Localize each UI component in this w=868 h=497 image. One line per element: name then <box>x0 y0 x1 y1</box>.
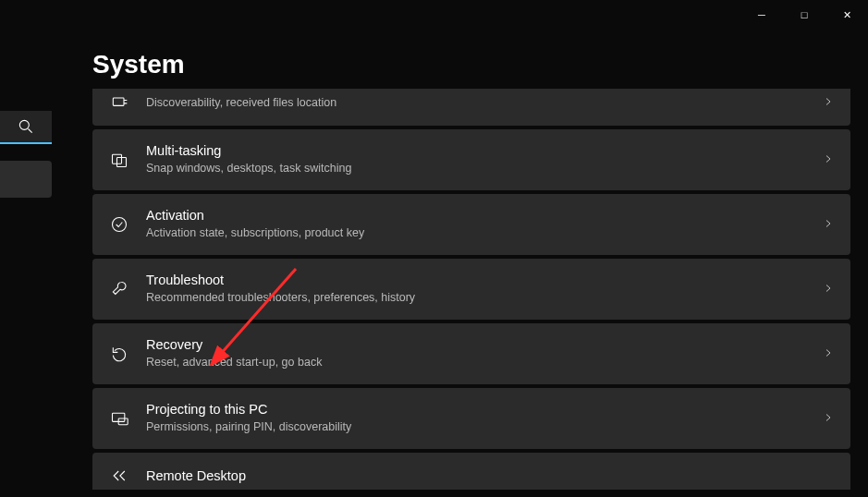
search-input[interactable] <box>0 111 52 144</box>
activation-icon <box>109 214 129 235</box>
settings-item-text: Recovery Reset, advanced start-up, go ba… <box>146 336 823 370</box>
svg-point-0 <box>19 120 29 129</box>
troubleshoot-icon <box>109 279 129 299</box>
settings-item-text: Troubleshoot Recommended troubleshooters… <box>146 272 823 306</box>
share-icon <box>109 92 129 113</box>
settings-item-title: Recovery <box>146 336 823 354</box>
close-button[interactable]: ✕ <box>825 0 868 30</box>
settings-item-nearby-sharing[interactable]: Discoverability, received files location <box>92 89 850 126</box>
chevron-right-icon <box>823 94 834 111</box>
settings-item-text: Multi-tasking Snap windows, desktops, ta… <box>146 142 823 176</box>
settings-item-title: Activation <box>146 207 823 224</box>
svg-point-5 <box>113 218 127 232</box>
settings-item-title: Projecting to this PC <box>146 401 823 418</box>
settings-item-troubleshoot[interactable]: Troubleshoot Recommended troubleshooters… <box>92 259 850 320</box>
settings-item-sub: Activation state, subscriptions, product… <box>146 225 823 242</box>
svg-line-1 <box>29 129 32 133</box>
settings-item-title: Multi-tasking <box>146 142 823 160</box>
settings-item-activation[interactable]: Activation Activation state, subscriptio… <box>92 194 850 255</box>
settings-item-multitasking[interactable]: Multi-tasking Snap windows, desktops, ta… <box>92 129 850 190</box>
page-title: System <box>92 50 185 79</box>
search-icon <box>16 116 36 137</box>
titlebar: ─ □ ✕ <box>0 0 868 30</box>
multitask-icon <box>109 150 129 170</box>
sidebar <box>0 111 55 198</box>
minimize-button[interactable]: ─ <box>740 0 783 30</box>
settings-item-recovery[interactable]: Recovery Reset, advanced start-up, go ba… <box>92 323 850 384</box>
sidebar-item-selected[interactable] <box>0 161 52 198</box>
svg-rect-2 <box>113 98 124 105</box>
settings-item-title: Troubleshoot <box>146 272 823 289</box>
settings-item-text: Activation Activation state, subscriptio… <box>146 207 823 241</box>
settings-item-projecting[interactable]: Projecting to this PC Permissions, pairi… <box>92 388 850 449</box>
settings-item-title: Remote Desktop <box>146 467 834 485</box>
chevron-right-icon <box>823 152 834 168</box>
settings-item-sub: Discoverability, received files location <box>146 95 823 112</box>
settings-list: Discoverability, received files location… <box>92 89 850 493</box>
close-icon: ✕ <box>843 9 851 21</box>
maximize-button[interactable]: □ <box>783 0 825 30</box>
projecting-icon <box>109 408 129 429</box>
chevron-right-icon <box>823 216 834 233</box>
settings-item-text: Projecting to this PC Permissions, pairi… <box>146 401 823 435</box>
minimize-icon: ─ <box>758 9 765 20</box>
recovery-icon <box>109 344 129 364</box>
chevron-right-icon <box>823 345 834 362</box>
chevron-right-icon <box>823 410 834 427</box>
settings-item-sub: Permissions, pairing PIN, discoverabilit… <box>146 419 823 436</box>
settings-item-sub: Reset, advanced start-up, go back <box>146 355 823 371</box>
settings-item-sub: Snap windows, desktops, task switching <box>146 161 823 177</box>
settings-item-sub: Recommended troubleshooters, preferences… <box>146 290 823 307</box>
remote-icon <box>109 466 129 486</box>
chevron-right-icon <box>823 281 834 297</box>
settings-item-text: Discoverability, received files location <box>146 94 823 112</box>
maximize-icon: □ <box>801 9 808 20</box>
settings-item-remote-desktop[interactable]: Remote Desktop <box>92 453 850 490</box>
settings-item-text: Remote Desktop <box>146 467 834 485</box>
